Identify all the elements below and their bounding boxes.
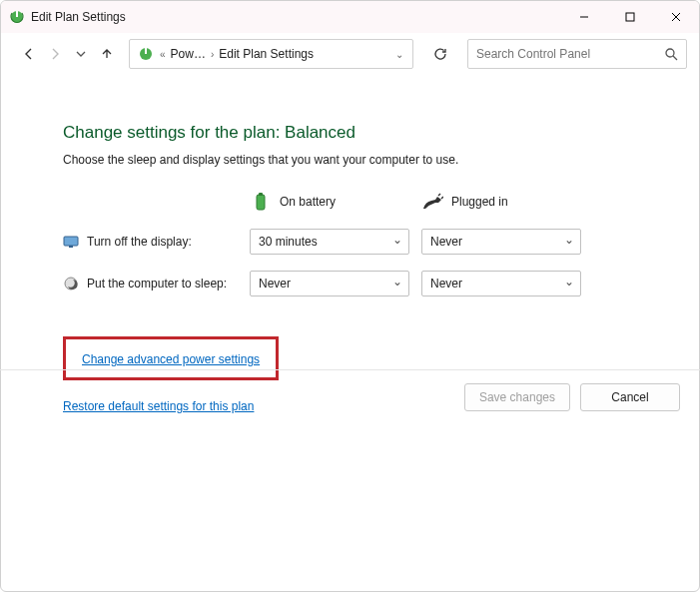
sleep-battery-combo[interactable]: Never bbox=[250, 271, 409, 296]
svg-point-8 bbox=[666, 49, 674, 57]
save-button[interactable]: Save changes bbox=[464, 383, 570, 411]
column-label: Plugged in bbox=[451, 195, 508, 209]
change-advanced-link[interactable]: Change advanced power settings bbox=[82, 352, 260, 366]
address-dropdown-button[interactable]: ⌄ bbox=[390, 49, 408, 60]
power-plan-icon bbox=[9, 9, 25, 25]
address-bar[interactable]: « Pow… › Edit Plan Settings ⌄ bbox=[129, 39, 413, 69]
svg-line-9 bbox=[673, 56, 677, 60]
breadcrumb-overflow-icon[interactable]: « bbox=[158, 49, 168, 60]
footer-divider bbox=[0, 369, 700, 370]
search-box[interactable] bbox=[467, 39, 687, 69]
cancel-button[interactable]: Cancel bbox=[580, 383, 680, 411]
refresh-button[interactable] bbox=[425, 39, 455, 69]
row-label-text: Turn off the display: bbox=[87, 235, 192, 249]
nav-toolbar: « Pow… › Edit Plan Settings ⌄ bbox=[1, 33, 699, 75]
search-input[interactable] bbox=[476, 47, 665, 61]
svg-rect-7 bbox=[145, 48, 147, 54]
search-icon[interactable] bbox=[665, 48, 678, 61]
svg-rect-3 bbox=[626, 13, 634, 21]
content-area: Change settings for the plan: Balanced C… bbox=[1, 75, 699, 414]
settings-grid: On battery Plugged in Turn off the displ… bbox=[63, 191, 659, 296]
minimize-button[interactable] bbox=[561, 1, 607, 33]
battery-icon bbox=[250, 191, 272, 213]
maximize-button[interactable] bbox=[607, 1, 653, 33]
breadcrumb-item[interactable]: Edit Plan Settings bbox=[216, 47, 317, 61]
svg-line-12 bbox=[438, 194, 440, 196]
power-plan-icon bbox=[138, 46, 154, 62]
close-button[interactable] bbox=[653, 1, 699, 33]
footer-buttons: Save changes Cancel bbox=[464, 383, 680, 411]
breadcrumb-item[interactable]: Pow… bbox=[168, 47, 209, 61]
titlebar: Edit Plan Settings bbox=[1, 1, 699, 33]
sleep-plugged-combo[interactable]: Never bbox=[421, 271, 581, 296]
display-icon bbox=[63, 234, 79, 250]
back-button[interactable] bbox=[19, 44, 39, 64]
column-label: On battery bbox=[280, 195, 336, 209]
window-controls bbox=[561, 1, 699, 33]
row-label-sleep: Put the computer to sleep: bbox=[63, 276, 238, 292]
svg-rect-10 bbox=[257, 195, 265, 210]
forward-button[interactable] bbox=[45, 44, 65, 64]
display-plugged-combo[interactable]: Never bbox=[421, 229, 581, 255]
svg-rect-14 bbox=[64, 237, 78, 246]
svg-rect-1 bbox=[16, 11, 18, 17]
restore-defaults-link[interactable]: Restore default settings for this plan bbox=[63, 399, 254, 413]
recent-locations-button[interactable] bbox=[71, 44, 91, 64]
sleep-icon bbox=[63, 276, 79, 292]
window-title: Edit Plan Settings bbox=[31, 10, 561, 24]
highlight-annotation: Change advanced power settings bbox=[63, 336, 279, 380]
svg-line-13 bbox=[441, 197, 443, 199]
display-battery-combo[interactable]: 30 minutes bbox=[250, 229, 409, 255]
page-title: Change settings for the plan: Balanced bbox=[63, 123, 659, 143]
svg-rect-11 bbox=[259, 193, 263, 196]
up-button[interactable] bbox=[97, 44, 117, 64]
page-subtitle: Choose the sleep and display settings th… bbox=[63, 153, 659, 167]
plug-icon bbox=[421, 191, 443, 213]
svg-rect-15 bbox=[69, 246, 73, 248]
column-header-battery: On battery bbox=[250, 191, 409, 213]
column-header-plugged: Plugged in bbox=[421, 191, 581, 213]
row-label-display: Turn off the display: bbox=[63, 234, 238, 250]
row-label-text: Put the computer to sleep: bbox=[87, 277, 227, 291]
chevron-right-icon: › bbox=[209, 49, 216, 60]
